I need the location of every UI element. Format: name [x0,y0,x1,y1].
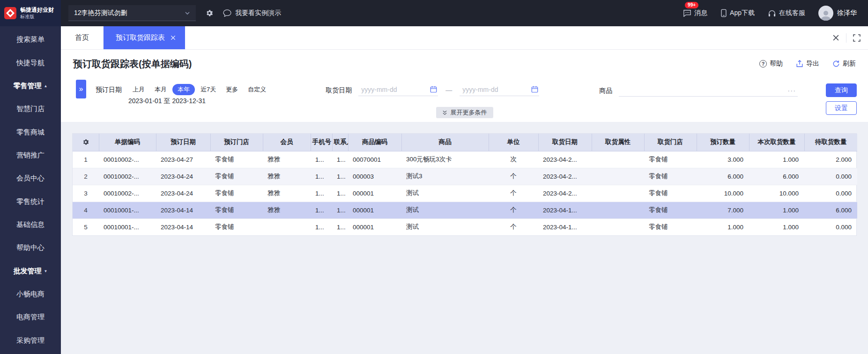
sidebar-item-零售商城[interactable]: 零售商城 [0,121,61,143]
product-label: 商品 [599,84,612,97]
sidebar-item-营销推广[interactable]: 营销推广 [0,144,61,167]
tab-booking-report[interactable]: 预订取货跟踪表 [104,26,185,49]
sidebar-item-小畅电商[interactable]: 小畅电商 [0,283,61,306]
account-dropdown[interactable]: 12李艳芬测试勿删 [68,5,196,21]
table-row[interactable]: 100010002-...2023-04-27零食铺雅雅1...1...0007… [73,151,857,168]
column-header[interactable]: 单位 [489,134,538,151]
quick-range-chip[interactable]: 自定义 [244,84,270,95]
table-row[interactable]: 400010001-...2023-04-14零食铺雅雅1...1...0000… [73,202,857,218]
sidebar-item-快捷导航[interactable]: 快捷导航 [0,51,61,74]
close-all-tabs-icon[interactable] [832,34,839,41]
more-options-icon[interactable] [787,86,798,94]
export-button[interactable]: 导出 [796,60,819,68]
tab-home[interactable]: 首页 [61,26,104,49]
divider [846,33,846,43]
cell: 10.000 [697,185,749,202]
sidebar-item-帮助中心[interactable]: 帮助中心 [0,236,61,259]
demo-link[interactable]: 我要看实例演示 [223,9,281,17]
product-input[interactable] [619,84,798,97]
column-header[interactable]: 联系人电话 [332,134,348,151]
app-download-label: App下载 [730,9,755,17]
app-download-button[interactable]: App下载 [720,9,755,17]
tab-close-icon[interactable] [171,35,176,40]
help-button[interactable]: 帮助 [759,60,783,68]
column-header[interactable]: 会员 [263,134,311,151]
collapse-filters-button[interactable] [76,80,86,98]
quick-range-chip[interactable]: 上月 [128,84,149,95]
cell: 1.000 [749,218,804,235]
quick-range-chip[interactable]: 更多 [222,84,242,95]
column-header[interactable]: 取货属性 [592,134,644,151]
sidebar-item-label: 搜索菜单 [16,35,45,44]
column-header[interactable]: 本次取货数量 [749,134,804,151]
expand-more-conditions-button[interactable]: 展开更多条件 [436,107,493,118]
cell: 0.000 [804,168,857,185]
cell: 2023-04-24 [156,168,210,185]
sidebar-item-零售统计[interactable]: 零售统计 [0,190,61,213]
demo-link-label: 我要看实例演示 [235,9,281,17]
quick-range-chip[interactable]: 近7天 [196,84,220,95]
sidebar-item-会员中心[interactable]: 会员中心 [0,167,61,190]
title-actions: 帮助 导出 刷新 [759,60,856,68]
pickup-date-end-placeholder: yyyy-mm-dd [462,86,498,93]
expand-more-label: 展开更多条件 [451,108,487,117]
sidebar-item-label: 会员中心 [16,174,45,183]
headset-icon [768,9,776,17]
column-header[interactable]: 商品编码 [348,134,401,151]
column-header[interactable]: 取货门店 [644,134,697,151]
sidebar-item-基础信息[interactable]: 基础信息 [0,213,61,236]
sidebar-item-智慧门店[interactable]: 智慧门店 [0,98,61,121]
fullscreen-icon[interactable] [853,34,861,42]
export-label: 导出 [806,60,819,68]
sidebar-item-采购管理[interactable]: 采购管理 [0,329,61,352]
column-header[interactable]: 预订日期 [156,134,210,151]
row-number: 1 [73,151,99,168]
sidebar-item-电商管理[interactable]: 电商管理 [0,306,61,329]
settings-button[interactable]: 设置 [826,101,857,115]
cell: 6.000 [749,168,804,185]
order-date-range-value: 2023-01-01 至 2023-12-31 [128,97,270,105]
product-filter: 商品 [599,84,798,97]
sidebar-item-批发管理[interactable]: 批发管理▼ [0,260,61,283]
cell: 1... [311,185,332,202]
column-header[interactable]: 预订门店 [210,134,263,151]
column-header[interactable]: 待取货数量 [804,134,857,151]
table-row[interactable]: 200010002-...2023-04-24零食铺雅雅1...1...0000… [73,168,857,185]
table-row[interactable]: 300010002-...2023-04-24零食铺雅雅1...1...0000… [73,185,857,202]
refresh-button[interactable]: 刷新 [832,60,856,68]
search-button[interactable]: 查询 [826,83,857,97]
pickup-date-end-input[interactable]: yyyy-mm-dd [460,84,539,96]
cell [592,202,644,218]
tab-home-label: 首页 [75,33,89,42]
messages-button[interactable]: 99+ 消息 [683,9,707,17]
column-header[interactable]: 取货日期 [538,134,592,151]
column-header[interactable]: 预订数量 [697,134,749,151]
sidebar-item-搜索菜单[interactable]: 搜索菜单 [0,28,61,51]
column-header[interactable]: 手机号 [311,134,332,151]
cell: 6.000 [804,202,857,218]
sidebar-item-零售管理[interactable]: 零售管理▲ [0,75,61,98]
settings-gear-icon[interactable] [205,9,214,17]
data-table: 单据编码预订日期预订门店会员手机号联系人电话商品编码商品单位取货日期取货属性取货… [72,133,857,236]
speech-bubble-icon [223,9,231,17]
account-dropdown-value: 12李艳芬测试勿删 [74,9,127,17]
table-row[interactable]: 500010001-...2023-04-14零食铺1...1...000001… [73,218,857,235]
pickup-date-start-input[interactable]: yyyy-mm-dd [358,84,438,96]
column-header[interactable]: 商品 [401,134,489,151]
sidebar-item-label: 零售商城 [16,128,45,137]
range-separator: — [445,86,452,94]
order-date-label: 预订日期 [96,83,122,96]
user-menu[interactable]: 徐泽华 [818,6,857,21]
pickup-date-label: 取货日期 [326,84,352,96]
cell: 00010001-... [99,218,156,235]
online-service-button[interactable]: 在线客服 [768,9,805,17]
sidebar-item-label: 批发管理 [14,267,42,276]
export-icon [796,60,803,68]
quick-range-chip[interactable]: 本年 [172,84,195,95]
column-header[interactable]: 单据编码 [99,134,156,151]
column-settings-button[interactable] [73,134,99,151]
cell: 1... [332,151,348,168]
row-number: 2 [73,168,99,185]
quick-range-chip[interactable]: 本月 [150,84,171,95]
cell: 2023-04-27 [156,151,210,168]
